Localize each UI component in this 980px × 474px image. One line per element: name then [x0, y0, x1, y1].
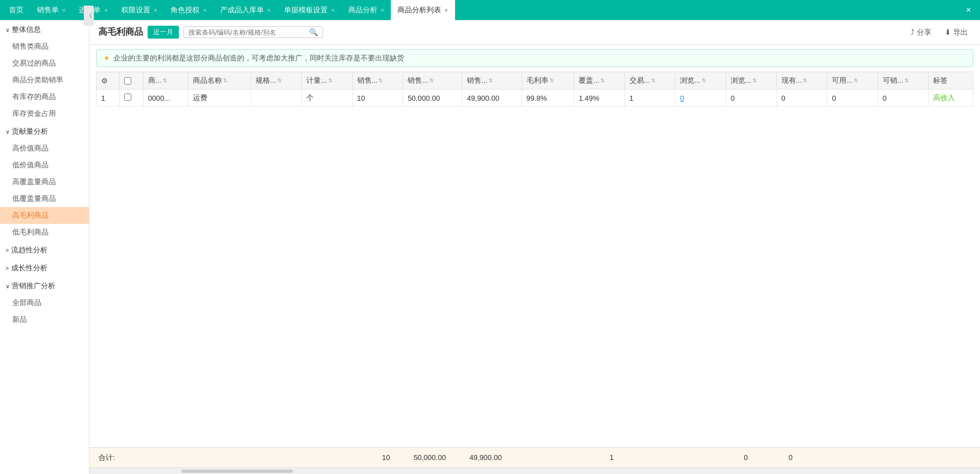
sort-icon[interactable]: ⇅ [328, 78, 333, 83]
tab-close-icon[interactable]: × [267, 7, 271, 13]
table-header-3[interactable]: 商品名称 ⇅ [188, 72, 251, 90]
sidebar-item-销售类商品[interactable]: 销售类商品 [0, 38, 89, 55]
total-cell-11: 1 [585, 453, 618, 462]
table-header-10[interactable]: 覆盖... ⇅ [574, 72, 625, 90]
sort-icon[interactable]: ⇅ [163, 78, 167, 83]
tab-close-icon[interactable]: × [104, 7, 107, 13]
row-sales3: 49,900.00 [462, 90, 522, 107]
nav-tab-角色授权[interactable]: 角色授权× [164, 0, 213, 20]
sort-icon[interactable]: ⇅ [223, 78, 228, 83]
sidebar-item-交易过的商品[interactable]: 交易过的商品 [0, 55, 89, 72]
select-all-checkbox[interactable] [124, 77, 131, 85]
nav-tab-商品分析[interactable]: 商品分析× [342, 0, 391, 20]
table-header-12[interactable]: 浏览... ⇅ [675, 72, 726, 90]
top-navigation: 首页销售单×进货单×权限设置×角色授权×产成品入库单×单据模板设置×商品分析×商… [0, 0, 980, 20]
table-header-13[interactable]: 浏览... ⇅ [726, 72, 777, 90]
table-header-7[interactable]: 销售... ⇅ [403, 72, 462, 90]
sidebar-group-营销推广分析[interactable]: ∨营销推广分析 [0, 276, 89, 294]
sidebar-group-整体信息[interactable]: ∨整体信息 [0, 20, 89, 38]
sidebar-item-高价值商品[interactable]: 高价值商品 [0, 140, 89, 157]
total-cell-8: 49,900.00 [451, 453, 506, 462]
sort-icon[interactable]: ⇅ [378, 78, 383, 83]
info-text: 企业的主要的利润都是这部分商品创造的，可考虑加大推广，同时关注库存是不要出现缺货 [113, 53, 404, 63]
sort-icon[interactable]: ⇅ [803, 78, 807, 83]
table-header-15[interactable]: 可用... ⇅ [827, 72, 878, 90]
sidebar-group-label: 成长性分析 [11, 263, 48, 273]
tab-close-icon[interactable]: × [62, 7, 65, 13]
row-available: 0 [827, 90, 878, 107]
sort-icon[interactable]: ⇅ [429, 78, 434, 83]
nav-tab-产成品入库单[interactable]: 产成品入库单× [214, 0, 277, 20]
sidebar-item-新品[interactable]: 新品 [0, 311, 89, 328]
row-no: 1 [97, 90, 120, 107]
sort-icon[interactable]: ⇅ [854, 78, 858, 83]
sidebar-item-低毛利商品[interactable]: 低毛利商品 [0, 224, 89, 241]
table-header-8[interactable]: 销售... ⇅ [462, 72, 522, 90]
filter-month-button[interactable]: 近一月 [148, 26, 179, 39]
content-area: 高毛利商品 近一月 🔍 ⤴ 分享 ⬇ 导出 ✦ 企业的主要的利润都是这部分商品创… [89, 20, 980, 474]
table-header-2[interactable]: 商... ⇅ [143, 72, 188, 90]
total-label: 合计: [98, 453, 115, 463]
row-tag: 高收入 [929, 90, 973, 107]
sidebar-group-成长性分析[interactable]: >成长性分析 [0, 259, 89, 276]
table-header-14[interactable]: 现有... ⇅ [777, 72, 827, 90]
close-window-button[interactable]: × [959, 5, 978, 15]
tab-close-icon[interactable]: × [203, 7, 206, 13]
sort-icon[interactable]: ⇅ [752, 78, 757, 83]
table-header-9[interactable]: 毛利率 ⇅ [522, 72, 574, 90]
nav-tab-商品分析列表[interactable]: 商品分析列表× [391, 0, 455, 20]
table-wrapper: ⚙商... ⇅商品名称 ⇅规格... ⇅计量... ⇅销售... ⇅销售... … [89, 72, 980, 447]
tab-close-icon[interactable]: × [381, 7, 384, 13]
sidebar-item-有库存的商品[interactable]: 有库存的商品 [0, 88, 89, 105]
sort-icon[interactable]: ⇅ [489, 78, 493, 83]
sort-icon[interactable]: ⇅ [651, 78, 656, 83]
search-icon[interactable]: 🔍 [309, 28, 318, 36]
sidebar-item-商品分类助销率[interactable]: 商品分类助销率 [0, 72, 89, 88]
export-icon: ⬇ [945, 28, 951, 36]
table-header-6[interactable]: 销售... ⇅ [352, 72, 403, 90]
nav-tab-单据模板设置[interactable]: 单据模板设置× [277, 0, 341, 20]
tab-close-icon[interactable]: × [444, 7, 448, 13]
table-header-16[interactable]: 可销... ⇅ [878, 72, 929, 90]
export-button[interactable]: ⬇ 导出 [941, 26, 971, 39]
sidebar-item-全部商品[interactable]: 全部商品 [0, 294, 89, 311]
page-title: 高毛利商品 [98, 26, 143, 38]
chevron-icon: > [6, 265, 9, 271]
sidebar-collapse-button[interactable]: 《 [84, 20, 94, 26]
row-select-checkbox[interactable] [124, 93, 131, 101]
row-transaction: 1 [624, 90, 675, 107]
sort-icon[interactable]: ⇅ [905, 78, 909, 83]
total-cell-10 [546, 453, 585, 462]
nav-tab-销售单[interactable]: 销售单× [30, 0, 72, 20]
nav-tab-首页[interactable]: 首页 [2, 0, 30, 20]
share-button[interactable]: ⤴ 分享 [907, 26, 935, 39]
sort-icon[interactable]: ⇅ [600, 78, 605, 83]
sidebar-item-低覆盖量商品[interactable]: 低覆盖量商品 [0, 190, 89, 207]
sort-icon[interactable]: ⇅ [550, 78, 554, 83]
search-input[interactable] [188, 29, 307, 36]
chevron-icon: ∨ [6, 283, 10, 289]
bottom-scrollbar[interactable] [89, 467, 980, 474]
table-header-5[interactable]: 计量... ⇅ [301, 72, 352, 90]
tab-close-icon[interactable]: × [331, 7, 334, 13]
total-cell-13 [663, 453, 708, 462]
sidebar-group-流趋性分析[interactable]: >流趋性分析 [0, 241, 89, 259]
total-cell-14: 0 [708, 453, 752, 462]
table-header-11[interactable]: 交易... ⇅ [624, 72, 675, 90]
sidebar-item-低价值商品[interactable]: 低价值商品 [0, 157, 89, 173]
row-browse2: 0 [726, 90, 777, 107]
sidebar-item-高覆盖量商品[interactable]: 高覆盖量商品 [0, 173, 89, 190]
sort-icon[interactable]: ⇅ [702, 78, 706, 83]
scrollbar-thumb[interactable] [181, 470, 293, 473]
sidebar-item-高毛利商品[interactable]: 高毛利商品 [0, 207, 89, 224]
nav-tab-权限设置[interactable]: 权限设置× [115, 0, 164, 20]
sidebar-item-库存资金占用[interactable]: 库存资金占用 [0, 105, 89, 122]
tab-close-icon[interactable]: × [154, 7, 157, 13]
table-header-4[interactable]: 规格... ⇅ [251, 72, 302, 90]
total-cell-12 [618, 453, 663, 462]
data-table: ⚙商... ⇅商品名称 ⇅规格... ⇅计量... ⇅销售... ⇅销售... … [96, 72, 973, 107]
chevron-icon: ∨ [6, 129, 10, 135]
sidebar-group-贡献量分析[interactable]: ∨贡献量分析 [0, 122, 89, 140]
sort-icon[interactable]: ⇅ [277, 78, 282, 83]
share-icon: ⤴ [911, 28, 915, 36]
